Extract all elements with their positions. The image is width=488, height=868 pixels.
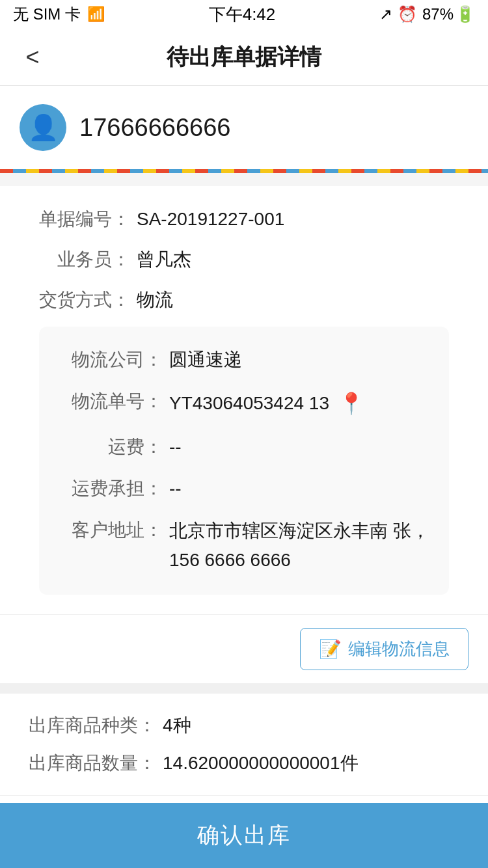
sales-person-row: 业务员： 曾凡杰 bbox=[26, 246, 462, 273]
status-left: 无 SIM 卡 📶 bbox=[13, 4, 105, 25]
battery-icon: 🔋 bbox=[455, 5, 475, 23]
goods-category-value: 4种 bbox=[163, 713, 191, 738]
status-right: ↗ ⏰ 87% 🔋 bbox=[379, 5, 475, 23]
document-number-label: 单据编号： bbox=[26, 206, 130, 233]
goods-category-row: 出库商品种类： 4种 bbox=[26, 713, 462, 738]
avatar: 👤 bbox=[20, 104, 66, 151]
edit-logistics-row: 📝 编辑物流信息 bbox=[0, 614, 488, 683]
customer-section: 👤 17666666666 bbox=[0, 86, 488, 169]
status-time: 下午4:42 bbox=[209, 3, 276, 26]
delivery-method-row: 交货方式： 物流 bbox=[26, 286, 462, 314]
order-info-section: 单据编号： SA-20191227-001 业务员： 曾凡杰 交货方式： 物流 … bbox=[0, 186, 488, 614]
confirm-outbound-button[interactable]: 确认出库 bbox=[0, 803, 488, 868]
edit-logistics-label: 编辑物流信息 bbox=[348, 638, 450, 660]
goods-category-label: 出库商品种类： bbox=[26, 713, 156, 738]
delivery-method-label: 交货方式： bbox=[26, 286, 130, 314]
address-label: 客户地址： bbox=[59, 517, 163, 544]
goods-quantity-label: 出库商品数量： bbox=[26, 751, 156, 776]
location-pin-icon[interactable]: 📍 bbox=[338, 388, 364, 419]
tracking-number-value: YT43064053424 13 📍 bbox=[169, 388, 429, 419]
address-value: 北京市市辖区海淀区永丰南 张，156 6666 6666 bbox=[169, 517, 429, 575]
edit-icon: 📝 bbox=[319, 638, 342, 660]
alarm-icon: ⏰ bbox=[398, 5, 417, 23]
back-button[interactable]: < bbox=[18, 43, 47, 72]
location-icon: ↗ bbox=[379, 5, 392, 23]
logistics-company-row: 物流公司： 圆通速递 bbox=[59, 346, 429, 373]
logistics-company-label: 物流公司： bbox=[59, 346, 163, 373]
logistics-company-value: 圆通速递 bbox=[169, 346, 429, 373]
freight-bearer-row: 运费承担： -- bbox=[59, 475, 429, 502]
person-icon: 👤 bbox=[28, 113, 59, 142]
logistics-card: 物流公司： 圆通速递 物流单号： YT43064053424 13 📍 运费： … bbox=[39, 327, 449, 595]
battery-indicator: 87% 🔋 bbox=[422, 5, 475, 23]
customer-phone: 17666666666 bbox=[79, 114, 230, 142]
delivery-method-value: 物流 bbox=[137, 286, 462, 314]
tracking-number-row: 物流单号： YT43064053424 13 📍 bbox=[59, 388, 429, 419]
section-separator-1 bbox=[0, 683, 488, 694]
freight-bearer-label: 运费承担： bbox=[59, 475, 163, 502]
wifi-icon: 📶 bbox=[87, 6, 105, 23]
goods-quantity-row: 出库商品数量： 14.620000000000001件 bbox=[26, 751, 462, 776]
status-bar: 无 SIM 卡 📶 下午4:42 ↗ ⏰ 87% 🔋 bbox=[0, 0, 488, 29]
freight-value: -- bbox=[169, 433, 429, 461]
freight-label: 运费： bbox=[59, 433, 163, 461]
dashed-divider bbox=[0, 169, 488, 173]
confirm-btn-label: 确认出库 bbox=[197, 821, 291, 850]
freight-row: 运费： -- bbox=[59, 433, 429, 461]
edit-logistics-button[interactable]: 📝 编辑物流信息 bbox=[300, 628, 468, 670]
navigation-bar: < 待出库单据详情 bbox=[0, 29, 488, 86]
document-number-value: SA-20191227-001 bbox=[137, 206, 462, 233]
sales-person-label: 业务员： bbox=[26, 246, 130, 273]
battery-percent: 87% bbox=[422, 5, 454, 23]
back-chevron-icon: < bbox=[25, 44, 39, 71]
sales-person-value: 曾凡杰 bbox=[137, 246, 462, 273]
carrier-label: 无 SIM 卡 bbox=[13, 4, 81, 25]
tracking-number-label: 物流单号： bbox=[59, 388, 163, 415]
goods-section: 出库商品种类： 4种 出库商品数量： 14.620000000000001件 bbox=[0, 694, 488, 795]
document-number-row: 单据编号： SA-20191227-001 bbox=[26, 206, 462, 233]
goods-quantity-value: 14.620000000000001件 bbox=[163, 751, 359, 776]
address-row: 客户地址： 北京市市辖区海淀区永丰南 张，156 6666 6666 bbox=[59, 517, 429, 575]
freight-bearer-value: -- bbox=[169, 475, 429, 502]
page-title: 待出库单据详情 bbox=[167, 42, 321, 72]
